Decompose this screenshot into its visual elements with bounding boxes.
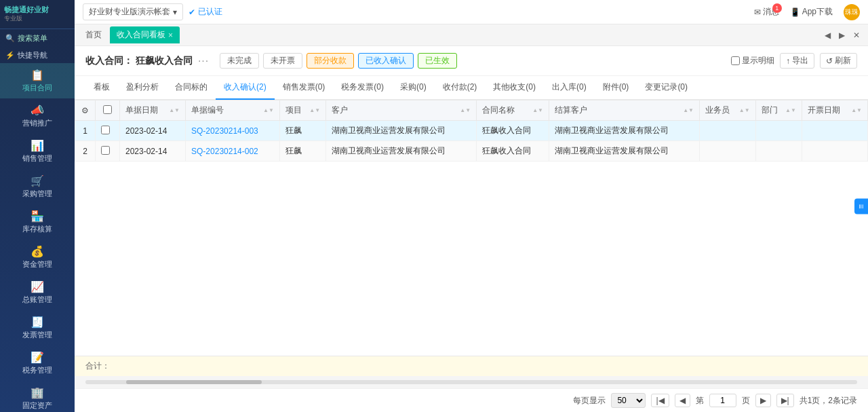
- ledger-label: 总账管理: [22, 295, 52, 305]
- sidebar-item-quick-nav[interactable]: ⚡ 快捷导航: [0, 48, 75, 63]
- tab-profit-analysis[interactable]: 盈利分析: [118, 76, 167, 100]
- marketing-label: 营销推广: [22, 118, 52, 128]
- status-effective[interactable]: 已生效: [418, 53, 457, 69]
- user-avatar-button[interactable]: 珠珠: [844, 4, 860, 20]
- logo-main: 畅捷通好业财: [4, 5, 49, 14]
- avatar: 珠珠: [844, 4, 860, 20]
- per-page-label: 每页显示: [573, 395, 606, 407]
- assets-icon: 🏢: [31, 386, 44, 399]
- row-order-no[interactable]: SQ-20230214-002: [186, 141, 280, 162]
- total-label: 合计：: [85, 361, 110, 371]
- export-button[interactable]: ↑ 导出: [780, 53, 814, 69]
- page-header-right: 显示明细 ↑ 导出 ↺ 刷新: [731, 53, 857, 69]
- sidebar-item-project-contract[interactable]: 📋 项目合同: [0, 63, 75, 98]
- order-no-col-header[interactable]: 单据编号 ▲▼: [186, 100, 280, 121]
- close-all-button[interactable]: ✕: [850, 29, 863, 41]
- scrollbar-track[interactable]: [85, 380, 857, 384]
- inventory-label: 库存核算: [22, 224, 52, 234]
- salesperson-sort-icon: ▲▼: [739, 108, 750, 113]
- billing-customer-col-header[interactable]: 结算客户 ▲▼: [549, 100, 700, 121]
- date-col-header[interactable]: 单据日期 ▲▼: [120, 100, 186, 121]
- row-order-no[interactable]: SQ-20230214-003: [186, 121, 280, 141]
- tab-tax-invoice[interactable]: 税务发票(0): [333, 76, 392, 100]
- company-name: 好业财专业版演示帐套: [89, 6, 170, 18]
- invoice-icon: 🧾: [31, 316, 44, 329]
- tab-sales-invoice[interactable]: 销售发票(0): [275, 76, 334, 100]
- tab-contract-subject[interactable]: 合同标的: [167, 76, 216, 100]
- department-col-header[interactable]: 部门 ▲▼: [755, 100, 802, 121]
- status-partial-received[interactable]: 部分收款: [307, 53, 354, 69]
- row-department: [755, 121, 802, 141]
- row-department: [755, 141, 802, 162]
- scrollbar-thumb[interactable]: [126, 380, 262, 384]
- invoice-date-col-header[interactable]: 开票日期 ▲▼: [802, 100, 867, 121]
- tab-purchase[interactable]: 采购(0): [392, 76, 435, 100]
- row-checkbox[interactable]: [96, 121, 120, 141]
- customer-col-header[interactable]: 客户 ▲▼: [326, 100, 477, 121]
- project-col-header[interactable]: 项目 ▲▼: [279, 100, 326, 121]
- company-selector[interactable]: 好业财专业版演示帐套 ▾: [83, 3, 183, 20]
- row-customer: 湖南卫视商业运营发展有限公司: [326, 141, 477, 162]
- status-uninvoiced[interactable]: 未开票: [263, 53, 302, 69]
- next-page-button[interactable]: ▶: [755, 394, 771, 407]
- row-checkbox[interactable]: [96, 141, 120, 162]
- tab-change-log[interactable]: 变更记录(0): [637, 76, 696, 100]
- page-title: 收入合同： 狂飙收入合同: [85, 55, 193, 67]
- sidebar-item-sales[interactable]: 📊 销售管理: [0, 134, 75, 169]
- next-tab-button[interactable]: ▶: [836, 29, 848, 41]
- row-project: 狂飙: [279, 141, 326, 162]
- close-tab-button[interactable]: ×: [168, 31, 173, 40]
- first-page-button[interactable]: |◀: [651, 394, 669, 407]
- row-settings: 1: [75, 121, 96, 141]
- download-icon: 📱: [790, 7, 800, 17]
- settings-col-header[interactable]: ⚙: [75, 100, 96, 121]
- status-uncompleted[interactable]: 未完成: [220, 53, 259, 69]
- sidebar-item-marketing[interactable]: 📣 营销推广: [0, 98, 75, 134]
- tab-inout-warehouse[interactable]: 出入库(0): [544, 76, 595, 100]
- refresh-button[interactable]: ↺ 刷新: [820, 53, 857, 69]
- prev-tab-button[interactable]: ◀: [822, 29, 833, 41]
- horizontal-scrollbar[interactable]: [75, 376, 868, 388]
- messages-button[interactable]: ✉ 消息 1: [754, 6, 779, 18]
- sidebar-item-finance[interactable]: 💰 资金管理: [0, 240, 75, 275]
- per-page-select[interactable]: 2050100: [611, 393, 646, 408]
- message-icon: ✉: [754, 7, 761, 17]
- tabbar-nav: ◀ ▶ ✕: [822, 29, 863, 41]
- more-button[interactable]: ···: [198, 55, 209, 67]
- side-action-panel[interactable]: ≡: [854, 198, 868, 214]
- active-tab[interactable]: 收入合同看板 ×: [110, 26, 180, 43]
- page-title-value: 狂飙收入合同: [136, 55, 193, 66]
- current-page-input[interactable]: [709, 394, 736, 407]
- sidebar-item-assets[interactable]: 🏢 固定资产: [0, 381, 75, 412]
- tab-income-confirm[interactable]: 收入确认(2): [216, 76, 275, 100]
- checkbox-col-header[interactable]: [96, 100, 120, 121]
- data-table: ⚙ 单据日期 ▲▼ 单据编号 ▲▼: [75, 100, 868, 162]
- project-sort-icon: ▲▼: [309, 108, 320, 113]
- show-detail-checkbox[interactable]: [731, 56, 740, 65]
- sales-label: 销售管理: [22, 153, 52, 164]
- search-icon: 🔍: [5, 34, 15, 43]
- select-all-checkbox[interactable]: [103, 105, 112, 114]
- sidebar-item-inventory[interactable]: 🏪 库存核算: [0, 204, 75, 240]
- messages-badge: 1: [772, 3, 782, 13]
- prev-page-button[interactable]: ◀: [675, 394, 690, 407]
- status-income-confirmed[interactable]: 已收入确认: [358, 53, 414, 69]
- side-action-icon[interactable]: ≡: [856, 204, 866, 208]
- contract-col-header[interactable]: 合同名称 ▲▼: [477, 100, 549, 121]
- home-tab[interactable]: 首页: [80, 26, 107, 43]
- tab-attachments[interactable]: 附件(0): [595, 76, 637, 100]
- tab-other-income[interactable]: 其他收支(0): [485, 76, 544, 100]
- assets-label: 固定资产: [22, 400, 52, 411]
- app-download-button[interactable]: 📱 App下载: [790, 6, 833, 18]
- salesperson-col-header[interactable]: 业务员 ▲▼: [700, 100, 756, 121]
- sidebar-item-ledger[interactable]: 📈 总账管理: [0, 275, 75, 310]
- last-page-button[interactable]: ▶|: [776, 394, 794, 407]
- tab-payment[interactable]: 收付款(2): [435, 76, 486, 100]
- sidebar-item-invoice[interactable]: 🧾 发票管理: [0, 310, 75, 345]
- sidebar-item-purchase[interactable]: 🛒 采购管理: [0, 169, 75, 204]
- tab-kanban[interactable]: 看板: [85, 76, 118, 100]
- row-project: 狂飙: [279, 121, 326, 141]
- sidebar-item-tax[interactable]: 📝 税务管理: [0, 345, 75, 381]
- sidebar-item-search[interactable]: 🔍 搜索菜单: [0, 29, 75, 48]
- row-settings: 2: [75, 141, 96, 162]
